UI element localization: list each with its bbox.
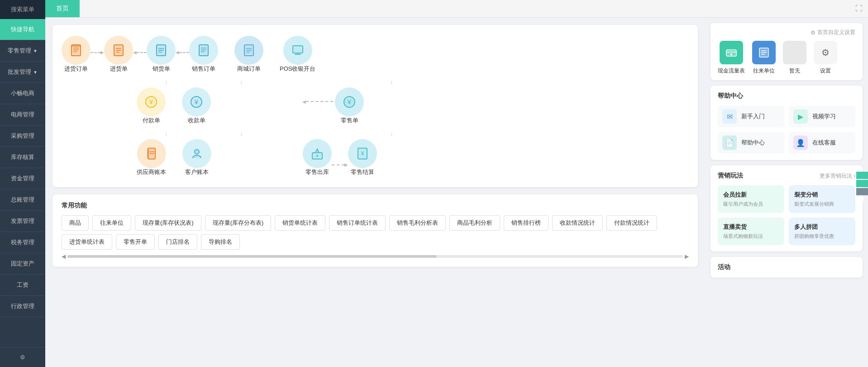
func-btn-2[interactable]: 现存量(库存状况表) (135, 215, 201, 231)
sidebar-item-finance[interactable]: 资金管理 (0, 168, 45, 189)
quick-icon-settings[interactable]: ⚙ 设置 (814, 41, 837, 75)
gear-small-icon: ⚙ (811, 29, 816, 36)
sidebar-item-wholesale[interactable]: 批发管理 ▼ (0, 62, 45, 83)
func-btn-10[interactable]: 付款情况统计 (606, 215, 657, 231)
node-supplier-book[interactable]: 供应商账本 (137, 139, 166, 176)
scroll-track[interactable] (67, 255, 683, 258)
scroll-right-icon[interactable]: ▶ (685, 253, 689, 260)
service-label: 在线客服 (812, 139, 836, 147)
live-desc: 场景式购物新玩法 (723, 233, 779, 240)
member-desc: 吸引用户成为会员 (723, 201, 779, 208)
sidebar-settings[interactable]: ⚙ (0, 347, 45, 367)
sidebar-item-quicknav[interactable]: 快捷导航 (0, 19, 45, 40)
func-btn-8[interactable]: 销售排行榜 (504, 215, 548, 231)
floating-buttons: 客服热线 服务社区 桌面快捷 (856, 172, 868, 195)
float-btn-service[interactable]: 客服热线 (856, 172, 868, 179)
quick-icon-empty[interactable]: 暂无 (783, 41, 806, 75)
jinhuo-dan-icon (104, 36, 133, 65)
func-btn-6[interactable]: 销售毛利分析表 (389, 215, 446, 231)
sidebar-item-salary[interactable]: 工资 (0, 275, 45, 296)
node-retail-settle[interactable]: ¥ 零售结算 (348, 139, 377, 176)
help-item-help[interactable]: 📄 帮助中心 (718, 132, 784, 154)
sidebar-item-invoice[interactable]: 发票管理 (0, 211, 45, 232)
marketing-item-fission[interactable]: 裂变分销 裂变式发展分销商 (789, 185, 855, 213)
node-recv-dan[interactable]: ¥ 收款单 (182, 87, 211, 125)
node-retail-dan[interactable]: ◀ ¥ 零售单 (302, 87, 364, 125)
tab-home[interactable]: 首页 (45, 0, 80, 17)
marketing-title: 营销玩法 (718, 172, 743, 180)
supplier-book-label: 供应商账本 (137, 168, 166, 176)
quick-icon-cashflow[interactable]: 现金流量表 (718, 41, 745, 75)
sidebar-item-ecommerce-small[interactable]: 小畅电商 (0, 83, 45, 104)
func-btn-11[interactable]: 进货单统计表 (62, 234, 112, 250)
main-area: 首页 ⛶ 进货订单 (45, 0, 868, 367)
func-btn-4[interactable]: 销货单统计表 (275, 215, 325, 231)
sidebar: 搜索菜单 快捷导航 零售管理 ▼ 批发管理 ▼ 小畅电商 电商管理 采购管理 库… (0, 0, 45, 367)
retail-dan-icon: ¥ (335, 87, 364, 116)
func-btn-7[interactable]: 商品毛利分析 (449, 215, 500, 231)
help-item-beginner[interactable]: ✉ 新手入门 (718, 106, 784, 127)
fission-desc: 裂变式发展分销商 (794, 201, 850, 208)
pos-label: POS收银开台 (280, 65, 315, 73)
sidebar-item-tax[interactable]: 税务管理 (0, 232, 45, 253)
sidebar-item-assets[interactable]: 固定资产 (0, 253, 45, 275)
func-btn-0[interactable]: 商品 (62, 215, 89, 231)
node-xiao-dan[interactable]: 销货单 (147, 36, 176, 73)
func-btn-9[interactable]: 收款情况统计 (552, 215, 603, 231)
flow-diagram-card: 进货订单 ▶ 进货单 (52, 25, 698, 187)
marketing-more-link[interactable]: 更多营销玩法 › (820, 172, 855, 180)
retail-dan-label: 零售单 (335, 116, 364, 125)
float-btn-community[interactable]: 服务社区 (856, 180, 868, 187)
customer-book-label: 客户账本 (185, 168, 209, 176)
cashflow-icon (720, 41, 743, 64)
help-item-video[interactable]: ▶ 视频学习 (789, 106, 855, 127)
right-panel: ⚙ 首页自定义设置 现金流量表 往来单位 (705, 18, 868, 367)
sidebar-item-ledger[interactable]: 总账管理 (0, 189, 45, 211)
marketing-item-live[interactable]: 直播卖货 场景式购物新玩法 (718, 217, 784, 245)
func-btn-14[interactable]: 导购排名 (201, 234, 240, 250)
node-shop-order[interactable]: 商城订单 (234, 36, 263, 73)
func-btn-12[interactable]: 零售开单 (116, 234, 155, 250)
func-btn-5[interactable]: 销售订单统计表 (329, 215, 386, 231)
play-icon: ▶ (793, 109, 808, 124)
node-pos[interactable]: POS收银开台 (280, 36, 315, 73)
sidebar-item-inventory[interactable]: 库存核算 (0, 147, 45, 168)
func-btn-13[interactable]: 门店排名 (158, 234, 197, 250)
node-xiao-order[interactable]: 销售订单 (189, 36, 218, 73)
sidebar-item-purchase[interactable]: 采购管理 (0, 126, 45, 147)
svg-rect-28 (295, 54, 301, 55)
sidebar-item-admin[interactable]: 行政管理 (0, 296, 45, 317)
node-retail-out[interactable]: 零售出库 (303, 139, 332, 176)
content-area: 进货订单 ▶ 进货单 (45, 18, 868, 367)
expand-icon[interactable]: ⛶ (850, 1, 868, 16)
v-arrow-pay: ↓ (165, 128, 167, 139)
func-btn-3[interactable]: 现存量(库存分布表) (205, 215, 272, 231)
sidebar-item-retail[interactable]: 零售管理 ▼ (0, 40, 45, 62)
svg-rect-16 (199, 45, 208, 56)
float-btn-desktop[interactable]: 桌面快捷 (856, 188, 868, 195)
scroll-thumb (67, 255, 437, 258)
node-customer-book[interactable]: 客户账本 (182, 139, 211, 176)
svg-point-48 (316, 155, 318, 157)
node-pay-dan[interactable]: ¥ 付款单 (137, 87, 166, 125)
func-btn-1[interactable]: 往来单位 (92, 215, 131, 231)
help-item-service[interactable]: 👤 在线客服 (789, 132, 855, 154)
marketing-item-member[interactable]: 会员拉新 吸引用户成为会员 (718, 185, 784, 213)
scroll-left-icon[interactable]: ◀ (62, 253, 66, 260)
marketing-item-group[interactable]: 多人拼团 拼团购物享受优惠 (789, 217, 855, 245)
arrow-2: ◀ (133, 50, 147, 73)
sidebar-item-ecommerce[interactable]: 电商管理 (0, 104, 45, 126)
v-arrow-jinhuo: ↓ (165, 77, 167, 87)
quick-icon-contacts[interactable]: 往来单位 (752, 41, 776, 75)
func-button-grid: 商品 往来单位 现存量(库存状况表) 现存量(库存分布表) 销货单统计表 销售订… (62, 215, 689, 250)
sidebar-search[interactable]: 搜索菜单 (0, 0, 45, 19)
svg-text:¥: ¥ (361, 150, 364, 157)
marketing-header: 营销玩法 更多营销玩法 › (718, 172, 855, 180)
customize-link[interactable]: ⚙ 首页自定义设置 (811, 29, 855, 36)
help-grid: ✉ 新手入门 ▶ 视频学习 📄 帮助中心 👤 在线客服 (718, 106, 855, 154)
node-jinhuo-order[interactable]: 进货订单 (62, 36, 91, 73)
quick-access-card: ⚙ 首页自定义设置 现金流量表 往来单位 (711, 23, 863, 80)
contacts-label: 往来单位 (753, 67, 775, 75)
node-jinhuo-dan[interactable]: 进货单 (104, 36, 133, 73)
v-arrow-retail: ↓ (390, 128, 393, 139)
